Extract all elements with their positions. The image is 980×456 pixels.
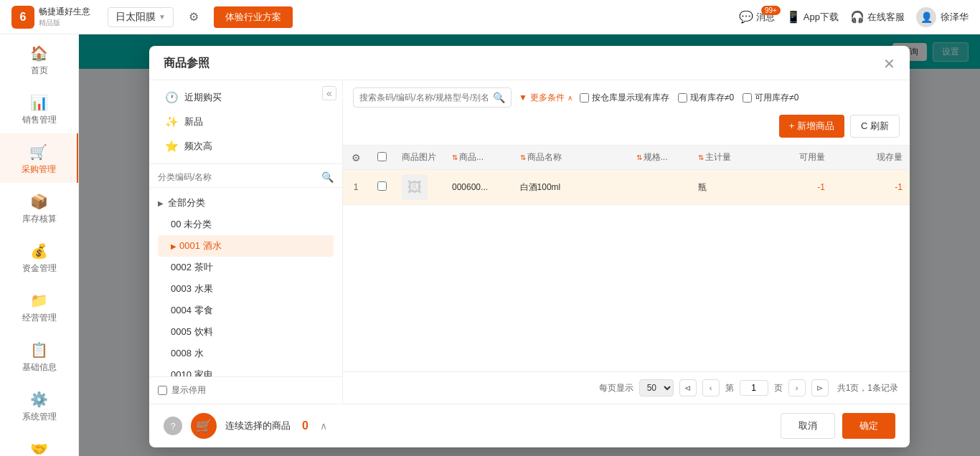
online-service-item[interactable]: 🎧 在线客服 — [850, 10, 905, 24]
category-item-uncategorized[interactable]: 00 未分类 — [158, 214, 334, 235]
td-unit: 瓶 — [691, 170, 755, 205]
refresh-button[interactable]: C 刷新 — [850, 115, 900, 138]
product-thumbnail: 🖼 — [402, 174, 428, 200]
search-icon[interactable]: 🔍 — [493, 92, 505, 103]
category-item-water[interactable]: 0008 水 — [158, 343, 334, 364]
dialog-header: 商品参照 ✕ — [149, 46, 910, 80]
cart-icon-btn[interactable]: 🛒 — [191, 413, 217, 439]
checkbox-warehouse-input[interactable] — [580, 93, 589, 103]
show-disabled-checkbox[interactable] — [158, 386, 167, 395]
category-search-icon[interactable]: 🔍 — [321, 171, 334, 183]
confirm-button[interactable]: 确定 — [842, 413, 895, 439]
page-num-input[interactable] — [740, 380, 768, 396]
dropdown-label: 日太阳膜 — [116, 11, 156, 24]
sidebar-item-purchase[interactable]: 🛒 采购管理 — [0, 133, 78, 183]
th-spec-icon: ⇅ — [636, 153, 642, 161]
th-check[interactable] — [369, 146, 395, 170]
nav-dropdown[interactable]: 日太阳膜 ▼ — [108, 7, 174, 27]
collapse-btn[interactable]: « — [322, 86, 336, 100]
sidebar-item-base[interactable]: 📋 基础信息 — [0, 331, 78, 381]
footer-right: 取消 确定 — [781, 413, 895, 439]
gear-icon[interactable]: ⚙ — [182, 6, 205, 29]
new-icon: ✨ — [165, 115, 179, 128]
page-prev-btn[interactable]: ‹ — [702, 379, 720, 396]
add-product-button[interactable]: + 新增商品 — [779, 115, 844, 138]
dropdown-arrow-icon: ▼ — [159, 13, 166, 21]
category-label-water: 0008 水 — [171, 348, 204, 358]
category-item-appliance[interactable]: 0010 家电 — [158, 364, 334, 376]
category-item-fruit[interactable]: 0003 水果 — [158, 278, 334, 300]
top-nav-right: 💬 99+ 消息 📱 App下载 🎧 在线客服 👤 徐泽华 — [739, 7, 969, 27]
app-download-item[interactable]: 📱 App下载 — [786, 10, 839, 24]
search-input[interactable] — [359, 92, 489, 103]
category-label-appliance: 0010 家电 — [171, 369, 213, 376]
modal-overlay[interactable]: 商品参照 ✕ « 🕐 近期购买 — [79, 34, 980, 456]
td-code: 000600... — [445, 170, 513, 205]
checkbox-available-input[interactable] — [743, 93, 752, 103]
page-last-btn[interactable]: ⊳ — [811, 379, 829, 396]
online-service-label: 在线客服 — [867, 11, 905, 24]
th-settings[interactable]: ⚙ — [343, 146, 369, 170]
cta-button[interactable]: 体验行业方案 — [214, 6, 293, 28]
user-area[interactable]: 👤 徐泽华 — [916, 7, 969, 27]
table-row[interactable]: 1 🖼 000600... 白酒100ml — [343, 170, 910, 205]
category-item-liquor[interactable]: ▶ 0001 酒水 — [158, 235, 334, 257]
table-head: ⚙ 商品图片 ⇅商品... — [343, 146, 910, 170]
sidebar-label-inventory: 库存核算 — [22, 213, 57, 225]
collapse-icon[interactable]: ∧ — [320, 420, 327, 432]
nav-recent[interactable]: 🕐 近期购买 — [158, 86, 334, 109]
close-icon[interactable]: ✕ — [883, 57, 895, 71]
sidebar-item-business[interactable]: 📁 经营管理 — [0, 282, 78, 331]
sidebar-label-finance: 资金管理 — [22, 262, 57, 275]
category-root[interactable]: ▶ 全部分类 — [158, 192, 334, 214]
category-item-snack[interactable]: 0004 零食 — [158, 300, 334, 321]
category-search-input[interactable] — [158, 172, 317, 182]
settings-icon: ⚙️ — [30, 391, 48, 408]
th-unit[interactable]: ⇅主计量 — [691, 146, 755, 170]
dialog-title: 商品参照 — [164, 56, 209, 71]
sidebar-item-sales[interactable]: 📊 销售管理 — [0, 84, 78, 133]
filter-icon: ▼ — [519, 92, 527, 103]
star-icon: ⭐ — [165, 140, 179, 153]
sidebar-item-collab[interactable]: 🤝 企业协同 — [0, 430, 78, 456]
sidebar-item-finance[interactable]: 💰 资金管理 — [0, 232, 78, 282]
message-item[interactable]: 💬 99+ 消息 — [739, 10, 775, 24]
category-item-beverage[interactable]: 0005 饮料 — [158, 321, 334, 343]
checkbox-stock[interactable]: 现有库存≠0 — [678, 92, 734, 104]
purchase-icon: 🛒 — [29, 143, 47, 161]
checkbox-stock-label: 现有库存≠0 — [690, 92, 734, 104]
filter-btn[interactable]: ▼ 更多条件 ∧ — [519, 92, 573, 104]
selected-label: 连续选择的商品 — [225, 419, 291, 432]
cancel-button[interactable]: 取消 — [781, 413, 835, 439]
row-checkbox[interactable] — [377, 181, 387, 191]
td-available: -1 — [755, 170, 832, 205]
nav-frequent[interactable]: ⭐ 频次高 — [158, 135, 334, 158]
category-search-bar: 🔍 — [149, 167, 342, 188]
checkbox-warehouse[interactable]: 按仓库显示现有库存 — [580, 92, 669, 104]
nav-new[interactable]: ✨ 新品 — [158, 110, 334, 133]
main-layout: 🏠 首页 📊 销售管理 🛒 采购管理 📦 库存核算 💰 资金管理 📁 经营管理 … — [0, 34, 980, 456]
pagination-bar: 每页显示 50 ⊲ ‹ 第 页 › ⊳ 共1页，1条记录 — [343, 371, 910, 404]
th-spec[interactable]: ⇅规格... — [629, 146, 691, 170]
page-total: 共1页，1条记录 — [837, 382, 898, 394]
th-image: 商品图片 — [395, 146, 445, 170]
sidebar-item-settings[interactable]: ⚙️ 系统管理 — [0, 381, 78, 430]
sidebar-item-home[interactable]: 🏠 首页 — [0, 34, 78, 84]
th-name[interactable]: ⇅商品名称 — [513, 146, 629, 170]
category-label-uncategorized: 00 未分类 — [171, 219, 212, 229]
column-settings-icon[interactable]: ⚙ — [352, 152, 361, 163]
th-name-icon: ⇅ — [520, 153, 526, 161]
page-next-btn[interactable]: › — [788, 379, 806, 396]
logo-badge: 精品版 — [39, 18, 90, 28]
page-first-btn[interactable]: ⊲ — [679, 379, 697, 396]
checkbox-available[interactable]: 可用库存≠0 — [743, 92, 798, 104]
checkbox-stock-input[interactable] — [678, 93, 687, 103]
th-code[interactable]: ⇅商品... — [445, 146, 513, 170]
show-disabled-label: 显示停用 — [171, 384, 206, 396]
category-item-tea[interactable]: 0002 茶叶 — [158, 257, 334, 278]
sidebar-item-inventory[interactable]: 📦 库存核算 — [0, 183, 78, 232]
per-page-select[interactable]: 50 — [639, 379, 674, 396]
select-all-checkbox[interactable] — [377, 152, 387, 161]
td-check[interactable] — [369, 170, 395, 205]
help-icon[interactable]: ? — [164, 417, 182, 435]
